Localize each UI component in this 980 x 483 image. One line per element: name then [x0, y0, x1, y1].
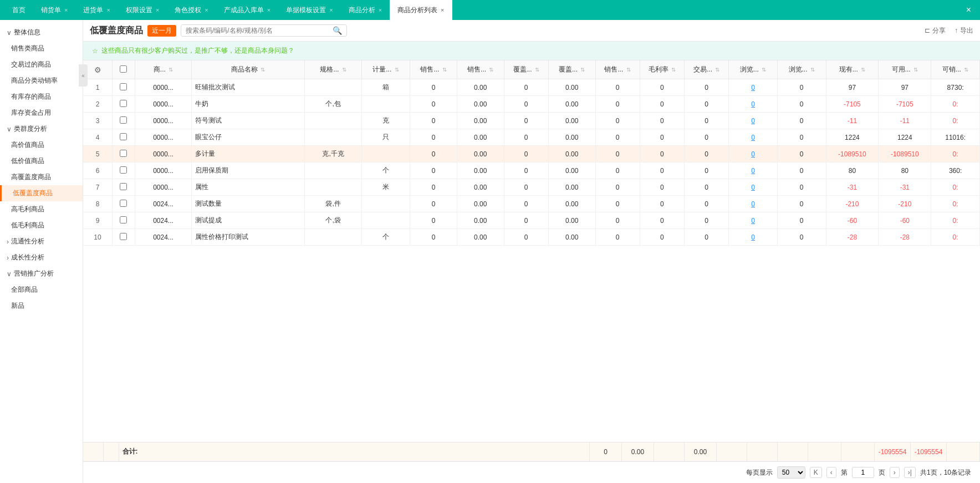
next-page-button[interactable]: › [890, 467, 900, 478]
cell-browse1[interactable]: 0 [729, 129, 778, 146]
column-settings-icon[interactable]: ⚙ [94, 65, 101, 74]
sidebar-collapse-button[interactable]: « [79, 64, 88, 87]
cell-browse1[interactable]: 0 [729, 162, 778, 179]
nav-template[interactable]: 单据模板设置 × [278, 0, 340, 20]
nav-home[interactable]: 首页 [4, 0, 33, 20]
cell-browse1[interactable]: 0 [729, 229, 778, 246]
cell-browse1[interactable]: 0 [729, 212, 778, 229]
content-header: 低覆盖度商品 近一月 🔍 ⊏ 分享 ↑ 导出 [83, 20, 980, 42]
th-sales2[interactable]: 销售... ⇅ [457, 60, 504, 79]
sidebar-item-all-products[interactable]: 全部商品 [0, 282, 83, 298]
sidebar-item-in-stock[interactable]: 有库存的商品 [0, 89, 83, 105]
nav-close-sales-order[interactable]: × [64, 7, 68, 13]
th-sales3[interactable]: 销售... ⇅ [595, 60, 640, 79]
nav-close-product-inbound[interactable]: × [267, 7, 270, 13]
cell-trade: 0 [685, 212, 729, 229]
page-number-input[interactable] [852, 467, 874, 478]
window-close-button[interactable]: × [962, 5, 976, 15]
table-row: 10 0024... 属性价格打印测试 个 0 0.00 0 0.00 0 0 … [83, 229, 980, 246]
cell-browse1[interactable]: 0 [729, 179, 778, 196]
first-page-button[interactable]: K [810, 467, 822, 478]
row-checkbox[interactable] [120, 183, 127, 190]
cell-coverage2: 0.00 [548, 229, 595, 246]
last-page-button[interactable]: ›| [904, 467, 916, 478]
th-gross-margin[interactable]: 毛利率 ⇅ [640, 60, 684, 79]
nav-product-analysis-list[interactable]: 商品分析列表 × [390, 0, 452, 20]
nav-close-role-auth[interactable]: × [205, 7, 208, 13]
nav-product-inbound[interactable]: 产成品入库单 × [216, 0, 278, 20]
cell-unit: 箱 [361, 79, 410, 96]
sidebar-item-high-coverage[interactable]: 高覆盖度商品 [0, 169, 83, 185]
row-checkbox[interactable] [120, 150, 127, 157]
cell-browse1[interactable]: 0 [729, 79, 778, 96]
th-browse1[interactable]: 浏览... ⇅ [729, 60, 778, 79]
cell-current-stock: -60 [826, 212, 879, 229]
cell-available-stock: 1224 [879, 129, 931, 146]
sidebar-item-category-rate[interactable]: 商品分类动销率 [0, 73, 83, 89]
export-button[interactable]: ↑ 导出 [955, 26, 973, 35]
nav-product-analysis[interactable]: 商品分析 × [341, 0, 390, 20]
th-current-stock2[interactable]: 可用... ⇅ [879, 60, 931, 79]
cell-coverage1: 0 [504, 146, 548, 162]
row-checkbox[interactable] [120, 100, 127, 107]
nav-close-product-analysis[interactable]: × [379, 7, 382, 13]
sidebar-item-low-value[interactable]: 低价值商品 [0, 153, 83, 169]
sidebar-section-growth[interactable]: › 成长性分析 [0, 250, 83, 266]
th-browse2[interactable]: 浏览... ⇅ [777, 60, 826, 79]
cell-coverage1: 0 [504, 96, 548, 113]
sidebar-section-cluster[interactable]: ∨ 类群度分析 [0, 121, 83, 137]
row-checkbox[interactable] [120, 216, 127, 223]
sidebar-item-low-margin[interactable]: 低毛利商品 [0, 217, 83, 233]
row-checkbox[interactable] [120, 200, 127, 207]
cell-browse1[interactable]: 0 [729, 146, 778, 162]
cell-unit: 克 [361, 113, 410, 129]
sidebar-item-low-coverage[interactable]: 低覆盖度商品 [0, 185, 83, 201]
per-page-select[interactable]: 50 20 100 [777, 466, 805, 479]
star-icon: ☆ [92, 47, 98, 55]
cell-row-num: 2 [83, 96, 113, 113]
th-saleable[interactable]: 可销... ⇅ [931, 60, 980, 79]
nav-role-auth[interactable]: 角色授权 × [167, 0, 216, 20]
row-checkbox[interactable] [120, 116, 127, 124]
th-coverage2[interactable]: 覆盖... ⇅ [548, 60, 595, 79]
nav-close-purchase-order[interactable]: × [106, 7, 110, 13]
nav-sales-order[interactable]: 销货单 × [33, 0, 75, 20]
share-button[interactable]: ⊏ 分享 [925, 26, 946, 35]
th-unit[interactable]: 计量... ⇅ [361, 60, 410, 79]
th-current-stock1[interactable]: 现有... ⇅ [826, 60, 879, 79]
row-checkbox[interactable] [120, 166, 127, 174]
th-name[interactable]: 商品名称 ⇅ [192, 60, 305, 79]
sidebar-item-high-value[interactable]: 高价值商品 [0, 137, 83, 153]
sidebar-item-stock-funds[interactable]: 库存资金占用 [0, 105, 83, 121]
sidebar-item-new-products[interactable]: 新品 [0, 298, 83, 314]
cell-browse1[interactable]: 0 [729, 96, 778, 113]
cell-available-stock: 97 [879, 79, 931, 96]
th-coverage1[interactable]: 覆盖... ⇅ [504, 60, 548, 79]
nav-close-template[interactable]: × [329, 7, 333, 13]
nav-permission[interactable]: 权限设置 × [118, 0, 167, 20]
nav-close-permission[interactable]: × [156, 7, 159, 13]
sidebar-section-marketing[interactable]: ∨ 营销推广分析 [0, 266, 83, 282]
th-spec[interactable]: 规格... ⇅ [305, 60, 361, 79]
select-all-checkbox[interactable] [120, 65, 127, 73]
sort-icon-name: ⇅ [261, 67, 265, 73]
sidebar-item-high-margin[interactable]: 高毛利商品 [0, 201, 83, 217]
prev-page-button[interactable]: ‹ [826, 467, 836, 478]
row-checkbox[interactable] [120, 233, 127, 240]
th-trade[interactable]: 交易... ⇅ [685, 60, 729, 79]
search-input[interactable] [186, 27, 333, 34]
nav-close-product-analysis-list[interactable]: × [441, 7, 444, 13]
sidebar-section-liquidity[interactable]: › 流通性分析 [0, 233, 83, 250]
row-checkbox[interactable] [120, 83, 127, 90]
th-code[interactable]: 商... ⇅ [135, 60, 191, 79]
row-checkbox[interactable] [120, 133, 127, 140]
cell-saleable: 0: [931, 113, 980, 129]
th-sales1[interactable]: 销售... ⇅ [410, 60, 457, 79]
period-button[interactable]: 近一月 [147, 25, 176, 37]
sidebar-section-overall[interactable]: ∨ 整体信息 [0, 24, 83, 40]
cell-browse1[interactable]: 0 [729, 113, 778, 129]
nav-purchase-order[interactable]: 进货单 × [75, 0, 118, 20]
sidebar-item-sales-products[interactable]: 销售类商品 [0, 40, 83, 57]
cell-browse1[interactable]: 0 [729, 196, 778, 212]
sidebar-item-traded-products[interactable]: 交易过的商品 [0, 57, 83, 73]
